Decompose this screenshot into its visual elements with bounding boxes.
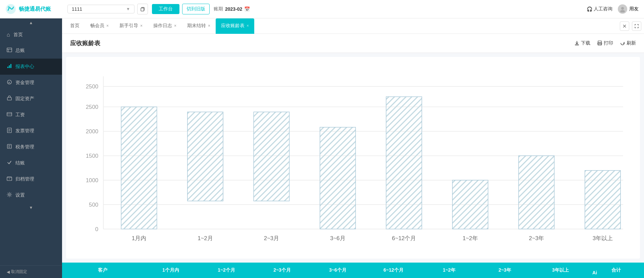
svg-point-3 (621, 7, 624, 10)
ai-label: Ai (592, 270, 597, 275)
print-icon (597, 41, 602, 46)
svg-rect-56 (452, 180, 488, 229)
sidebar-scroll-down[interactable]: ▼ (0, 203, 62, 212)
tab-aging-close[interactable]: × (247, 23, 249, 28)
archive-icon (7, 176, 12, 183)
report-actions: 下载 打印 (574, 40, 636, 46)
svg-text:1~2月: 1~2月 (198, 235, 213, 241)
period-value: 2023-02 (225, 6, 242, 12)
period-label: 账期 (214, 6, 223, 12)
close-all-button[interactable] (620, 21, 629, 31)
svg-rect-46 (121, 107, 157, 229)
sidebar-item-tax[interactable]: 税务管理 (0, 139, 62, 155)
refresh-icon (620, 41, 625, 46)
cancel-fixed-label: 取消固定 (11, 269, 27, 275)
settings-icon (7, 192, 12, 199)
sidebar-item-ledger[interactable]: 总账 (0, 43, 62, 59)
col-1month: 1个月内 (143, 267, 199, 273)
switch-old-button[interactable]: 切到旧版 (182, 4, 210, 14)
svg-text:2000: 2000 (86, 128, 98, 135)
company-selector[interactable]: 1111 ▼ (67, 5, 135, 13)
aging-chart: 0 500 1000 1500 2000 2500 (73, 64, 633, 252)
svg-rect-27 (575, 45, 579, 45)
logo-area: 畅捷通易代账 (5, 4, 67, 14)
tab-yearend[interactable]: 期末结转 × (182, 18, 216, 34)
sidebar-item-home[interactable]: ⌂ 首页 (0, 27, 62, 43)
tab-home[interactable]: 首页 (65, 18, 85, 34)
download-button[interactable]: 下载 (574, 40, 590, 46)
workbench-button[interactable]: 工作台 (152, 4, 179, 14)
consult-button[interactable]: 🎧 人工咨询 (587, 6, 612, 12)
header-right: 🎧 人工咨询 用友 (587, 4, 639, 14)
tab-aging[interactable]: 应收账龄表 × (216, 18, 254, 34)
col-1-2year: 1~2年 (421, 267, 477, 273)
calendar-icon[interactable]: 📅 (244, 6, 250, 12)
tab-yearend-close[interactable]: × (208, 23, 210, 28)
tab-member-close[interactable]: × (106, 23, 109, 28)
cancel-fixed-button[interactable]: ◀ 取消固定 (0, 265, 62, 278)
sidebar-label-checkout: 结账 (15, 160, 25, 166)
sidebar: ▲ ⌂ 首页 总账 报表中心 ¥ 资金管理 固定资产 (0, 18, 62, 278)
tab-member[interactable]: 畅会员 × (85, 18, 114, 34)
sidebar-item-asset[interactable]: 固定资产 (0, 91, 62, 107)
fullscreen-button[interactable] (632, 21, 641, 31)
sidebar-scroll-up[interactable]: ▲ (0, 18, 62, 27)
sidebar-item-archive[interactable]: 归档管理 (0, 171, 62, 187)
svg-text:2~3月: 2~3月 (264, 235, 279, 241)
svg-point-4 (620, 10, 625, 12)
col-customer: 客户 (62, 267, 143, 273)
close-all-icon (622, 24, 627, 28)
svg-rect-22 (7, 177, 12, 178)
sidebar-item-salary[interactable]: 工资 (0, 107, 62, 123)
svg-rect-14 (7, 113, 12, 116)
print-label: 打印 (604, 40, 613, 46)
svg-text:1~2年: 1~2年 (463, 235, 478, 241)
report-header: 应收账龄表 下载 (62, 34, 644, 53)
svg-text:¥: ¥ (8, 81, 10, 84)
col-3-6month: 3~6个月 (310, 267, 366, 273)
svg-rect-8 (7, 67, 8, 68)
print-button[interactable]: 打印 (597, 40, 613, 46)
ledger-icon (7, 47, 12, 54)
tab-guide[interactable]: 新手引导 × (114, 18, 148, 34)
svg-text:6~12个月: 6~12个月 (392, 235, 416, 241)
svg-text:0: 0 (95, 226, 98, 232)
col-2-3year: 2~3年 (477, 267, 533, 273)
tab-oplog[interactable]: 操作日志 × (148, 18, 182, 34)
salary-icon (7, 112, 12, 118)
sidebar-label-home: 首页 (13, 32, 23, 38)
svg-text:2500: 2500 (86, 83, 98, 90)
refresh-button[interactable]: 刷新 (620, 40, 636, 46)
col-6-12month: 6~12个月 (366, 267, 421, 273)
sidebar-item-fund[interactable]: ¥ 资金管理 (0, 75, 62, 91)
svg-point-1 (8, 6, 10, 8)
svg-rect-28 (598, 41, 601, 43)
sidebar-item-checkout[interactable]: 结账 (0, 155, 62, 171)
tab-yearend-label: 期末结转 (187, 23, 206, 29)
svg-rect-50 (254, 112, 289, 201)
tab-aging-label: 应收账龄表 (221, 23, 245, 29)
tab-guide-close[interactable]: × (140, 23, 143, 28)
ai-bubble[interactable]: Ai (586, 267, 604, 278)
sidebar-label-tax: 税务管理 (15, 144, 34, 150)
sidebar-item-invoice[interactable]: 发票管理 (0, 123, 62, 139)
chevron-down-icon: ▼ (126, 7, 130, 11)
sidebar-label-fund: 资金管理 (15, 80, 34, 86)
svg-text:2~3年: 2~3年 (529, 235, 544, 241)
tab-oplog-close[interactable]: × (174, 23, 176, 28)
tab-oplog-label: 操作日志 (153, 23, 172, 29)
copy-button[interactable] (137, 4, 148, 14)
sidebar-item-report[interactable]: 报表中心 (0, 59, 62, 75)
svg-text:3~6月: 3~6月 (330, 235, 345, 241)
fund-icon: ¥ (7, 79, 12, 86)
tab-home-label: 首页 (70, 23, 79, 29)
invoice-icon (7, 128, 12, 134)
user-area[interactable]: 用友 (618, 4, 639, 14)
fullscreen-icon (634, 24, 639, 28)
col-2-3month: 2~3个月 (254, 267, 310, 273)
sidebar-label-invoice: 发票管理 (15, 128, 34, 134)
svg-text:3年以上: 3年以上 (593, 235, 613, 241)
top-header: 畅捷通易代账 1111 ▼ 工作台 切到旧版 账期 2023-02 📅 🎧 人工… (0, 0, 644, 18)
sidebar-item-settings[interactable]: 设置 (0, 187, 62, 203)
asset-icon (7, 95, 12, 102)
